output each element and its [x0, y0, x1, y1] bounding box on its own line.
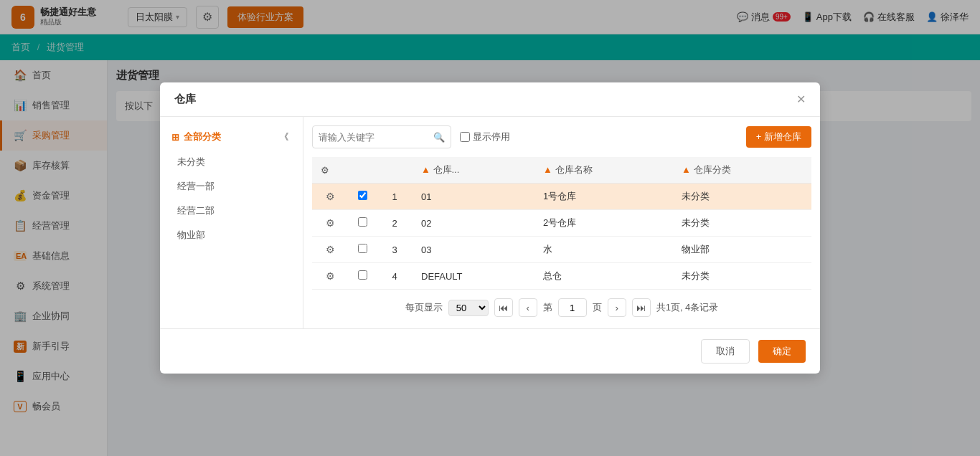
- show-disabled-checkbox[interactable]: [460, 132, 470, 142]
- total-label: 共1页, 4条记录: [656, 301, 719, 314]
- row-name: 水: [534, 237, 673, 263]
- all-category-header[interactable]: ⊞ 全部分类 《: [160, 124, 303, 150]
- confirm-button[interactable]: 确定: [758, 340, 806, 363]
- row-category: 未分类: [673, 210, 811, 237]
- row-gear-icon[interactable]: ⚙: [312, 263, 348, 290]
- warehouse-dialog: 仓库 ✕ ⊞ 全部分类 《 未分类: [160, 82, 820, 374]
- row-code: 03: [413, 237, 534, 263]
- per-page-select[interactable]: 50 20 100: [448, 300, 489, 316]
- dialog-header: 仓库 ✕: [160, 82, 820, 117]
- main-layout: 🏠 首页 📊 销售管理 🛒 采购管理 📦 库存核算 💰 资金管理 📋 经营管理 …: [0, 60, 980, 456]
- col-header-code: ▲ 仓库...: [413, 157, 534, 184]
- modal-overlay: 仓库 ✕ ⊞ 全部分类 《 未分类: [108, 60, 980, 456]
- table-row[interactable]: ⚙ 4 DEFAULT 总仓 未分类: [312, 263, 811, 290]
- table-panel: 🔍 显示停用 + 新增仓库: [303, 117, 820, 328]
- search-icon: 🔍: [433, 132, 445, 143]
- dialog-close-button[interactable]: ✕: [796, 92, 806, 106]
- col-header-name: ▲ 仓库名称: [534, 157, 673, 184]
- page-number-input[interactable]: 1: [558, 298, 587, 317]
- page-label: 第: [543, 301, 552, 314]
- category-item-unclassified[interactable]: 未分类: [160, 150, 303, 174]
- row-checkbox[interactable]: [348, 263, 377, 290]
- dialog-body: ⊞ 全部分类 《 未分类 经营一部 经营二部: [160, 117, 820, 328]
- row-name: 1号仓库: [534, 184, 673, 210]
- next-page-button[interactable]: ›: [608, 298, 626, 317]
- row-number: 2: [377, 210, 413, 237]
- row-checkbox[interactable]: [348, 184, 377, 210]
- table-row[interactable]: ⚙ 3 03 水 物业部: [312, 237, 811, 263]
- row-checkbox[interactable]: [348, 237, 377, 263]
- col-header-no: [377, 157, 413, 184]
- row-category: 未分类: [673, 184, 811, 210]
- row-code: DEFAULT: [413, 263, 534, 290]
- row-gear-icon[interactable]: ⚙: [312, 237, 348, 263]
- category-panel: ⊞ 全部分类 《 未分类 经营一部 经营二部: [160, 117, 303, 328]
- category-item-ops1[interactable]: 经营一部: [160, 174, 303, 199]
- category-item-ops2[interactable]: 经营二部: [160, 199, 303, 223]
- category-item-property[interactable]: 物业部: [160, 223, 303, 247]
- search-input-wrap: 🔍: [312, 125, 451, 148]
- cancel-button[interactable]: 取消: [701, 339, 750, 364]
- row-gear-icon[interactable]: ⚙: [312, 210, 348, 237]
- collapse-icon[interactable]: 《: [277, 130, 291, 144]
- row-code: 01: [413, 184, 534, 210]
- show-disabled-label[interactable]: 显示停用: [460, 130, 510, 143]
- table-row[interactable]: ⚙ 2 02 2号仓库 未分类: [312, 210, 811, 237]
- first-page-button[interactable]: ⏮: [494, 298, 513, 317]
- col-header-gear: ⚙: [312, 157, 348, 184]
- pagination: 每页显示 50 20 100 ⏮ ‹ 第 1 页 ›: [312, 290, 811, 320]
- dialog-footer: 取消 确定: [160, 328, 820, 374]
- row-checkbox[interactable]: [348, 210, 377, 237]
- row-number: 3: [377, 237, 413, 263]
- col-header-category: ▲ 仓库分类: [673, 157, 811, 184]
- row-name: 总仓: [534, 263, 673, 290]
- row-name: 2号仓库: [534, 210, 673, 237]
- prev-page-button[interactable]: ‹: [519, 298, 537, 317]
- page-suffix: 页: [593, 301, 602, 314]
- dialog-title: 仓库: [174, 92, 196, 106]
- warehouse-table: ⚙ ▲ 仓库...: [312, 157, 811, 290]
- col-header-checkbox: [348, 157, 377, 184]
- table-toolbar: 🔍 显示停用 + 新增仓库: [312, 125, 811, 148]
- row-code: 02: [413, 210, 534, 237]
- row-number: 4: [377, 263, 413, 290]
- row-number: 1: [377, 184, 413, 210]
- add-warehouse-button[interactable]: + 新增仓库: [746, 126, 811, 148]
- search-input[interactable]: [319, 132, 433, 143]
- grid-icon: ⊞: [171, 132, 179, 143]
- row-gear-icon[interactable]: ⚙: [312, 184, 348, 210]
- last-page-button[interactable]: ⏭: [632, 298, 651, 317]
- table-row[interactable]: ⚙ 1 01 1号仓库 未分类: [312, 184, 811, 210]
- content-area: 进货管理 按以下 仓库 ✕ ⊞ 全部分类: [108, 60, 980, 456]
- gear-header-icon: ⚙: [321, 165, 329, 176]
- table-container: ⚙ ▲ 仓库...: [312, 157, 811, 290]
- row-category: 未分类: [673, 263, 811, 290]
- per-page-label: 每页显示: [405, 301, 443, 314]
- all-category-label: 全部分类: [184, 130, 221, 143]
- row-category: 物业部: [673, 237, 811, 263]
